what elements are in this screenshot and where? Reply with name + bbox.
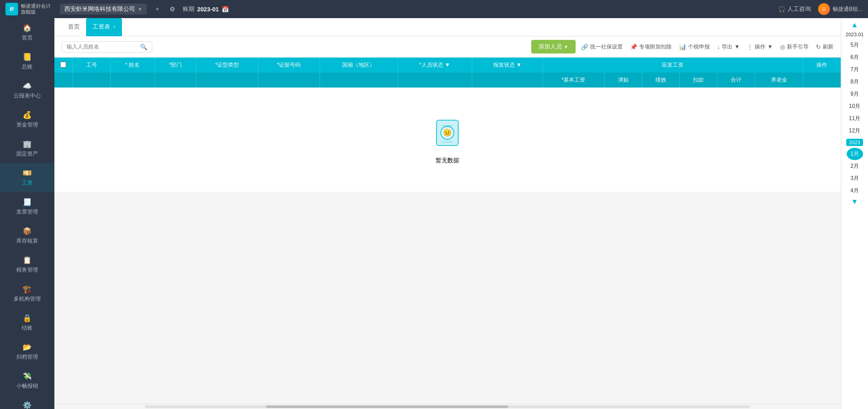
- horizontal-scrollbar[interactable]: [54, 404, 841, 409]
- company-selector[interactable]: 西安虾米网络科技有限公司 ▼: [60, 4, 147, 15]
- sub-empty-9: [472, 73, 543, 88]
- settings-sidebar-icon: ⚙️: [23, 401, 32, 409]
- personal-tax-button[interactable]: 📊 个税申报: [679, 43, 710, 51]
- month-6-2022[interactable]: 6月: [841, 51, 868, 63]
- add-person-button[interactable]: 添加人员 ▼: [531, 40, 576, 54]
- sidebar-item-archive[interactable]: 📂 归档管理: [0, 337, 54, 366]
- month-10-2022[interactable]: 10月: [841, 100, 868, 112]
- cloud-icon: ☁️: [23, 82, 32, 90]
- report-filter-icon[interactable]: ▼: [516, 62, 522, 68]
- sidebar-item-settings[interactable]: ⚙️ 基础设置: [0, 395, 54, 409]
- empty-state-cell: 😐 暂无数据: [54, 88, 841, 192]
- sub-col-total: 合计: [718, 73, 755, 88]
- sub-empty-1: [54, 73, 73, 88]
- prev-year-arrow[interactable]: ▲: [850, 20, 859, 30]
- scroll-thumb[interactable]: [266, 405, 508, 408]
- month-8-2022[interactable]: 8月: [841, 76, 868, 88]
- sidebar-label-tax: 税务管理: [16, 266, 38, 274]
- svg-text:😐: 😐: [443, 128, 452, 137]
- add-icon[interactable]: ＋: [152, 3, 162, 15]
- calendar-icon[interactable]: 📅: [222, 6, 229, 13]
- sidebar-item-inventory[interactable]: 📦 库存核算: [0, 221, 54, 250]
- col-personnel-status[interactable]: *人员状态 ▼: [398, 58, 472, 73]
- inventory-icon: 📦: [23, 227, 32, 235]
- sidebar-item-multi-org[interactable]: 🏗️ 多机构管理: [0, 279, 54, 308]
- month-1-2023[interactable]: 1月: [847, 148, 863, 160]
- sidebar-item-salary[interactable]: 💴 工资: [0, 163, 54, 192]
- sub-empty-2: [73, 73, 110, 88]
- toolbar: 🔍 添加人员 ▼ 🔗 统一社保设置 📌 专项附加扣除 📊 个税申报: [54, 36, 841, 58]
- month-7-2022[interactable]: 7月: [841, 63, 868, 76]
- sidebar-label-home: 首页: [22, 34, 33, 42]
- refresh-button[interactable]: ↻ 刷新: [816, 43, 834, 51]
- special-deduction-button[interactable]: 📌 专项附加扣除: [630, 43, 672, 51]
- tab-salary[interactable]: 工资表 ×: [86, 18, 122, 36]
- tax-icon: 📋: [23, 256, 32, 264]
- settings-icon[interactable]: ⚙: [168, 4, 177, 15]
- period-label: 账期 2023-01 📅: [183, 5, 229, 13]
- add-arrow-icon: ▼: [564, 44, 568, 49]
- sidebar-item-close[interactable]: 🔒 结账: [0, 308, 54, 337]
- sidebar-label-assets: 固定资产: [16, 150, 38, 158]
- table-container: 工号 * 姓名 *部门 *证型类型 *证据号码 国籍（地区） *人员状态 ▼ 报…: [54, 58, 841, 404]
- toolbar-actions: 🔗 统一社保设置 📌 专项附加扣除 📊 个税申报 ↓ 导出 ▼ ⋮: [581, 43, 834, 51]
- sidebar-item-fund[interactable]: 💰 资金管理: [0, 105, 54, 134]
- tab-bar: 首页 工资表 ×: [54, 18, 841, 36]
- month-3-2023[interactable]: 3月: [841, 172, 868, 185]
- operations-icon: ⋮: [747, 44, 753, 50]
- month-9-2022[interactable]: 9月: [841, 88, 868, 100]
- tab-home-label: 首页: [68, 23, 80, 31]
- company-dropdown-icon: ▼: [138, 7, 142, 12]
- header-actions: ＋ ⚙ 账期 2023-01 📅: [152, 3, 229, 15]
- checkbox-all[interactable]: [54, 58, 73, 73]
- sidebar: 🏠 首页 📒 总账 ☁️ 云报表中心 💰 资金管理 🏢 固定资产 💴 工资 🧾 …: [0, 18, 54, 409]
- month-12-2022[interactable]: 12月: [841, 125, 868, 137]
- headset-icon: 🎧: [778, 6, 786, 13]
- sidebar-label-ledger: 总账: [22, 63, 33, 71]
- select-all-checkbox[interactable]: [60, 62, 66, 68]
- salary-icon: 💴: [23, 169, 32, 177]
- month-2-2023[interactable]: 2月: [841, 160, 868, 172]
- year-2023-label[interactable]: 2023: [846, 139, 863, 146]
- sub-empty-4: [155, 73, 196, 88]
- sub-empty-6: [258, 73, 320, 88]
- fund-icon: 💰: [23, 111, 32, 119]
- refresh-icon: ↻: [816, 44, 821, 50]
- sidebar-item-fixed-assets[interactable]: 🏢 固定资产: [0, 134, 54, 163]
- search-input[interactable]: [67, 44, 137, 50]
- sidebar-item-invoice[interactable]: 🧾 发票管理: [0, 192, 54, 221]
- app-name: 畅捷通好会计 旗舰版: [21, 3, 51, 15]
- sidebar-item-expense[interactable]: 💸 小畅报销: [0, 366, 54, 395]
- guide-button[interactable]: ◎ 新手引导: [780, 43, 809, 51]
- month-11-2022[interactable]: 11月: [841, 112, 868, 125]
- col-id-type: *证型类型: [196, 58, 258, 73]
- month-4-2023[interactable]: 4月: [841, 185, 868, 197]
- user-info[interactable]: U 畅捷通B组...: [818, 3, 863, 15]
- app-logo: 好: [5, 3, 18, 15]
- sub-empty-10: [803, 73, 840, 88]
- service-button[interactable]: 🎧 人工咨询: [778, 5, 811, 13]
- content-area: 首页 工资表 × 🔍 添加人员 ▼ 🔗 统一社保设置: [54, 18, 841, 409]
- next-year-arrow[interactable]: ▼: [850, 197, 859, 207]
- sidebar-item-ledger[interactable]: 📒 总账: [0, 47, 54, 76]
- sidebar-label-close: 结账: [22, 324, 33, 332]
- sidebar-item-home[interactable]: 🏠 首页: [0, 18, 54, 47]
- personnel-filter-icon[interactable]: ▼: [445, 62, 450, 68]
- scroll-track: [145, 405, 750, 408]
- month-5-2022[interactable]: 5月: [841, 39, 868, 51]
- sidebar-item-tax[interactable]: 📋 税务管理: [0, 250, 54, 279]
- export-button[interactable]: ↓ 导出 ▼: [717, 43, 740, 51]
- tab-home[interactable]: 首页: [62, 18, 86, 36]
- col-department: *部门: [155, 58, 196, 73]
- social-security-button[interactable]: 🔗 统一社保设置: [581, 43, 623, 51]
- sidebar-item-cloud-report[interactable]: ☁️ 云报表中心: [0, 76, 54, 105]
- table-header-row1: 工号 * 姓名 *部门 *证型类型 *证据号码 国籍（地区） *人员状态 ▼ 报…: [54, 58, 841, 73]
- tab-close-icon[interactable]: ×: [113, 24, 116, 29]
- operations-button[interactable]: ⋮ 操作 ▼: [747, 43, 773, 51]
- search-box[interactable]: 🔍: [62, 41, 152, 53]
- user-avatar: U: [818, 3, 830, 15]
- tab-salary-label: 工资表: [92, 23, 110, 31]
- right-panel: ▲ 2023.01 5月 6月 7月 8月 9月 10月 11月 12月 202…: [841, 18, 868, 409]
- col-report-status[interactable]: 报发状态 ▼: [472, 58, 543, 73]
- sidebar-label-fund: 资金管理: [16, 121, 38, 129]
